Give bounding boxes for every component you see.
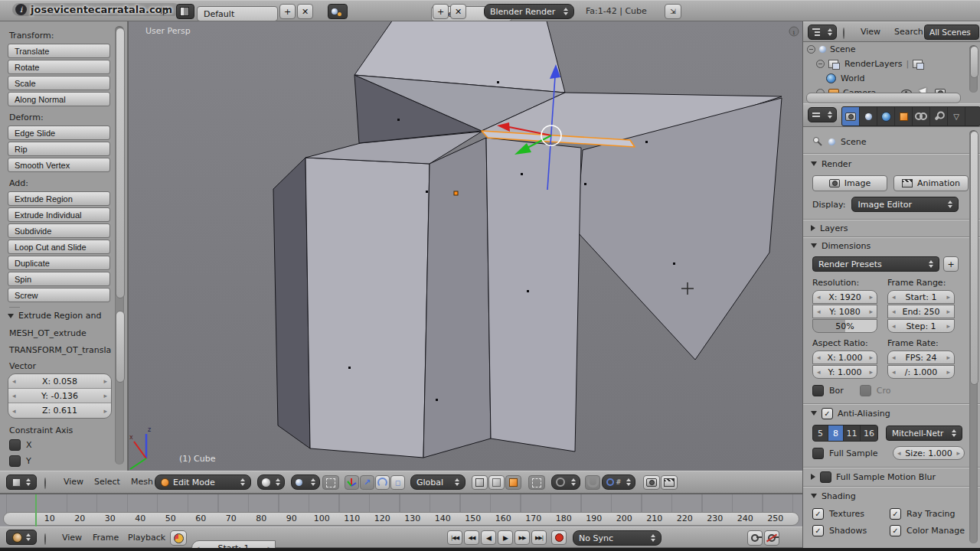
operator-panel-header[interactable]: Extrude Region and	[8, 311, 127, 321]
viewport-3d[interactable]: z x y i User Persp (1) Cube	[128, 21, 803, 471]
jump-to-end-button[interactable]: ▶▶|	[531, 530, 547, 545]
constraint-x-checkbox[interactable]	[9, 439, 21, 451]
shadows-checkbox[interactable]: ✓	[812, 525, 824, 536]
aa-sample-16[interactable]: 16	[861, 425, 877, 441]
outliner-menu-view[interactable]: View	[855, 27, 886, 37]
manipulator-scale-toggle[interactable]: ◻	[390, 475, 405, 490]
layout-selector-icon[interactable]	[176, 4, 194, 19]
resolution-y-field[interactable]: ◂Y: 1080▸	[812, 305, 877, 318]
mode-dropdown[interactable]: Edit Mode	[155, 474, 251, 490]
outliner-vscrollbar[interactable]	[969, 45, 978, 93]
layout-add-button[interactable]: +	[279, 4, 296, 19]
proportional-edit-dropdown[interactable]	[551, 474, 580, 490]
expand-icon[interactable]	[816, 60, 825, 68]
scene-selector-icon[interactable]	[328, 4, 348, 19]
border-checkbox[interactable]	[812, 385, 824, 396]
dimensions-panel-header[interactable]: Dimensions	[803, 237, 980, 254]
raytracing-checkbox[interactable]: ✓	[890, 508, 901, 520]
tool-button[interactable]: Smooth Vertex	[8, 158, 110, 172]
tab-modifiers[interactable]	[930, 107, 948, 126]
window-duplicate-icon[interactable]: ⇲	[665, 4, 681, 19]
pivot-align-toggle[interactable]	[322, 475, 339, 490]
pivot-dropdown[interactable]	[291, 474, 320, 490]
outliner-hscrollbar[interactable]	[806, 93, 961, 103]
operator-scrollbar-thumb[interactable]	[116, 311, 125, 383]
tab-world[interactable]	[877, 107, 895, 126]
outliner-row-world[interactable]: World	[803, 71, 980, 86]
outliner-row-scene[interactable]: Scene	[803, 42, 980, 57]
display-dropdown[interactable]: Image Editor	[851, 197, 959, 212]
aa-size-field[interactable]: ◂Size: 1.000▸	[893, 446, 965, 460]
crop-checkbox[interactable]	[860, 385, 871, 396]
colormanage-checkbox[interactable]: ✓	[890, 525, 901, 536]
orientation-dropdown[interactable]: Global	[410, 474, 466, 490]
tool-button[interactable]: Duplicate	[8, 256, 110, 270]
frame-end-prop-field[interactable]: ◂End: 250▸	[887, 305, 955, 318]
jump-next-keyframe-button[interactable]: ▶▶	[514, 530, 530, 545]
constraint-y-row[interactable]: Y	[9, 455, 127, 467]
tab-object[interactable]	[895, 107, 913, 126]
render-opengl-anim-button[interactable]	[661, 475, 678, 490]
tab-constraints[interactable]	[913, 107, 930, 126]
aspect-y-field[interactable]: ◂Y: 1.000▸	[812, 365, 877, 379]
properties-scrollbar-thumb[interactable]	[970, 131, 978, 385]
fps-field[interactable]: ◂FPS: 24▸	[887, 350, 955, 364]
full-sample-checkbox[interactable]	[812, 448, 824, 459]
render-image-button[interactable]: Image	[812, 175, 887, 191]
delete-keyframe-button[interactable]	[764, 530, 779, 546]
fps-base-field[interactable]: ◂/: 1.000▸	[887, 365, 955, 379]
outliner-scope-dropdown[interactable]: All Scenes	[924, 24, 979, 40]
vertex-select-toggle[interactable]	[472, 475, 488, 490]
play-button[interactable]: ▶	[498, 530, 513, 545]
editor-type-dropdown[interactable]	[6, 474, 37, 490]
sync-dropdown[interactable]: No Sync	[573, 530, 662, 546]
manipulator-rotate-toggle[interactable]	[375, 475, 390, 490]
vector-x-field[interactable]: ◂X: 0.058▸	[8, 374, 111, 389]
outliner-menu-search[interactable]: Search	[889, 27, 929, 37]
collapse-menus-icon[interactable]	[44, 478, 46, 489]
viewport-shading-dropdown[interactable]	[257, 474, 285, 490]
render-opengl-button[interactable]	[643, 475, 660, 490]
outliner-row-renderlayers[interactable]: RenderLayers |	[803, 57, 980, 71]
aa-sample-8[interactable]: 8	[828, 425, 844, 441]
timeline-menu-view[interactable]: View	[57, 533, 87, 543]
render-engine-dropdown[interactable]: Blender Render	[484, 4, 574, 19]
tool-button[interactable]: Screw	[8, 288, 110, 302]
render-panel-header[interactable]: Render	[803, 155, 980, 172]
aa-sample-5[interactable]: 5	[813, 425, 828, 441]
timeline-menu-frame[interactable]: Frame	[87, 533, 124, 543]
constraint-y-checkbox[interactable]	[9, 455, 21, 467]
textures-checkbox[interactable]: ✓	[812, 508, 824, 520]
motion-blur-panel-header[interactable]: Full Sample Motion Blur	[803, 468, 980, 486]
outliner-editor-dropdown[interactable]	[808, 24, 837, 40]
preset-add-button[interactable]: +	[943, 256, 959, 272]
tab-data[interactable]: ▽	[948, 107, 965, 126]
aa-filter-dropdown[interactable]: Mitchell-Netr	[886, 425, 962, 441]
tool-button[interactable]: Subdivide	[8, 223, 110, 238]
menu-view[interactable]: View	[58, 477, 89, 487]
play-reverse-button[interactable]: ◀	[481, 530, 496, 545]
pin-icon[interactable]	[812, 136, 823, 147]
tool-button[interactable]: Scale	[8, 76, 110, 90]
tool-button[interactable]: Spin	[8, 272, 110, 286]
menu-select[interactable]: Select	[89, 477, 126, 487]
aa-sample-11[interactable]: 11	[844, 425, 861, 441]
resolution-x-field[interactable]: ◂X: 1920▸	[812, 290, 877, 304]
scene-add-button[interactable]: +	[433, 4, 449, 19]
properties-editor-dropdown[interactable]	[808, 107, 837, 122]
timeline-scroll-ruler[interactable]: 1020304050607080901001101201301401501601…	[3, 512, 799, 526]
layers-panel-header[interactable]: Layers	[803, 220, 980, 236]
edge-select-toggle[interactable]	[488, 475, 505, 490]
current-frame-line[interactable]	[35, 494, 37, 527]
timeline-menu-playback[interactable]: Playback	[122, 533, 171, 543]
render-animation-button[interactable]: Animation	[893, 175, 969, 191]
resolution-percentage-slider[interactable]: 50%	[812, 319, 877, 333]
jump-to-start-button[interactable]: |◀◀	[447, 530, 462, 545]
collapse-icon[interactable]	[807, 45, 815, 54]
insert-keyframe-button[interactable]	[747, 530, 763, 546]
menu-mesh[interactable]: Mesh	[126, 477, 158, 487]
constraint-x-row[interactable]: X	[9, 439, 127, 451]
preview-range-toggle[interactable]	[170, 530, 187, 546]
tool-button[interactable]: Edge Slide	[8, 126, 110, 140]
layout-name-field[interactable]: Default	[197, 6, 278, 21]
